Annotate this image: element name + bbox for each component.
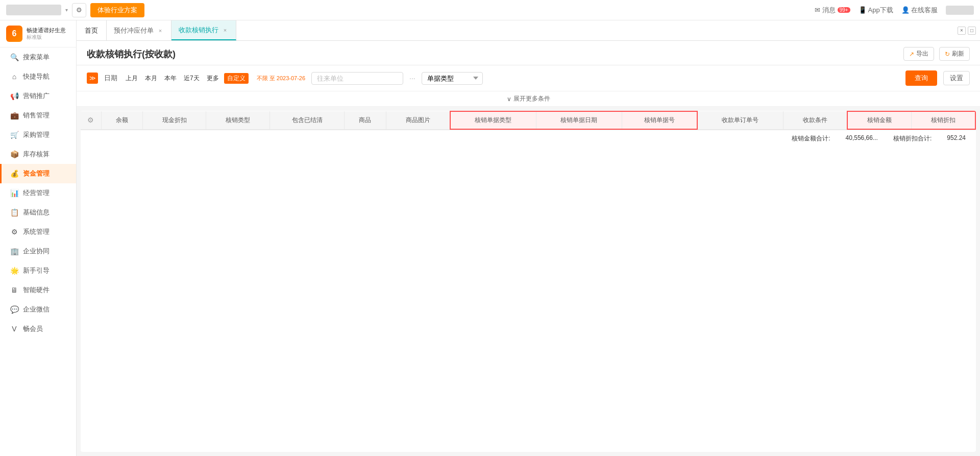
wechat-icon: 💬 xyxy=(10,305,19,314)
th-cancel-discount: 核销折扣 xyxy=(911,111,975,129)
tab-home[interactable]: 首页 xyxy=(77,20,107,40)
sidebar-label-finance: 资金管理 xyxy=(23,169,50,178)
sidebar-item-member[interactable]: V 畅会员 xyxy=(0,319,76,339)
date-curr-month[interactable]: 本月 xyxy=(143,73,159,84)
expand-more-icon: ∨ xyxy=(507,95,511,103)
online-service[interactable]: 👤 在线客服 xyxy=(901,6,938,15)
logo-text-area: 畅捷通谱好生意 标准版 xyxy=(27,27,66,41)
basic-icon: 📋 xyxy=(10,208,19,217)
top-bar: 企业名称 ▾ ⚙ 体验行业方案 ✉ 消息 99+ 📱 App下载 👤 在线客服 … xyxy=(0,0,980,20)
maximize-window-btn[interactable]: □ xyxy=(968,27,976,35)
date-7days[interactable]: 近7天 xyxy=(182,73,202,84)
tab-prepay-close[interactable]: × xyxy=(157,27,164,34)
sidebar-label-sales: 销售管理 xyxy=(23,111,50,120)
th-settings[interactable]: ⚙ xyxy=(81,111,101,129)
filter-dots: ··· xyxy=(409,74,415,82)
footer-amount-value: 40,556,66... xyxy=(846,134,878,143)
content-area: 首页 预付冲应付单 × 收款核销执行 × × □ 收款核销执行(按收款) xyxy=(77,20,980,456)
sidebar-item-management[interactable]: 📊 经营管理 xyxy=(0,183,76,203)
app-download[interactable]: 📱 App下载 xyxy=(859,6,893,15)
filter-bar: ≫ 日期 上月 本月 本年 近7天 更多 自定义 不限 至 2023-07-26… xyxy=(77,65,980,91)
marketing-icon: 📢 xyxy=(10,92,19,100)
th-bill-no: 核销单据号 xyxy=(622,111,697,129)
date-more[interactable]: 更多 xyxy=(205,73,221,84)
date-custom[interactable]: 自定义 xyxy=(224,73,249,84)
date-options: 上月 本月 本年 近7天 更多 自定义 xyxy=(124,73,249,84)
tab-receipt-label: 收款核销执行 xyxy=(179,26,218,35)
sidebar-label-basic: 基础信息 xyxy=(23,208,50,217)
purchase-icon: 🛒 xyxy=(10,131,19,139)
notification-area[interactable]: ✉ 消息 99+ xyxy=(815,6,850,15)
company-dropdown-icon[interactable]: ▾ xyxy=(65,7,68,13)
tab-prepay[interactable]: 预付冲应付单 × xyxy=(107,20,172,40)
refresh-btn[interactable]: ↻ 刷新 xyxy=(939,47,970,61)
col-settings-icon: ⚙ xyxy=(87,116,94,124)
tab-spacer xyxy=(236,20,958,40)
logo-text: 畅捷通谱好生意 xyxy=(27,27,66,34)
th-cash-discount: 现金折扣 xyxy=(142,111,206,129)
sidebar-item-search[interactable]: 🔍 搜索菜单 xyxy=(0,47,76,67)
settings-icon-btn[interactable]: ⚙ xyxy=(72,3,86,17)
footer-amount-label: 核销金额合计: xyxy=(792,134,830,143)
sidebar-label-system: 系统管理 xyxy=(23,227,50,236)
footer-discount-value: 952.24 xyxy=(947,134,966,143)
date-prev-month[interactable]: 上月 xyxy=(124,73,140,84)
tab-prepay-label: 预付冲应付单 xyxy=(114,26,154,35)
close-window-btn[interactable]: × xyxy=(958,27,966,35)
date-curr-year[interactable]: 本年 xyxy=(162,73,179,84)
top-bar-left: 企业名称 ▾ ⚙ 体验行业方案 xyxy=(6,3,811,17)
main-layout: 6 畅捷通谱好生意 标准版 🔍 搜索菜单 ⌂ 快捷导航 📢 营销推广 💼 销售管… xyxy=(0,20,980,456)
window-btns: × □ xyxy=(958,20,980,40)
tab-receipt-close[interactable]: × xyxy=(222,27,229,34)
table-area: ⚙ 余额 现金折扣 核销类型 包含已结清 商品 商品图片 核销单据类型 核销单据… xyxy=(81,111,976,452)
refresh-icon: ↻ xyxy=(945,51,950,58)
table-header-row: ⚙ 余额 现金折扣 核销类型 包含已结清 商品 商品图片 核销单据类型 核销单据… xyxy=(81,111,975,129)
sidebar-item-wechat[interactable]: 💬 企业微信 xyxy=(0,300,76,319)
sidebar-item-basic[interactable]: 📋 基础信息 xyxy=(0,203,76,222)
date-range-display: 不限 至 2023-07-26 xyxy=(255,74,305,82)
export-icon: ↗ xyxy=(909,51,914,58)
sidebar-item-marketing[interactable]: 📢 营销推广 xyxy=(0,86,76,106)
sidebar-label-inventory: 库存核算 xyxy=(23,150,50,159)
counterparty-input[interactable] xyxy=(311,72,403,85)
sidebar-item-enterprise[interactable]: 🏢 企业协同 xyxy=(0,242,76,261)
sidebar-item-guide[interactable]: 🌟 新手引导 xyxy=(0,261,76,280)
th-cancel-type: 核销类型 xyxy=(206,111,270,129)
expand-more-btn[interactable]: ∨ 展开更多条件 xyxy=(507,94,550,103)
member-icon: V xyxy=(10,325,19,333)
page-title: 收款核销执行(按收款) xyxy=(87,48,176,60)
query-btn[interactable]: 查询 xyxy=(905,70,937,86)
th-bill-date: 核销单据日期 xyxy=(536,111,622,129)
system-icon: ⚙ xyxy=(10,228,19,236)
industry-btn[interactable]: 体验行业方案 xyxy=(90,3,144,17)
bill-type-select[interactable]: 单据类型 xyxy=(422,72,483,85)
sales-icon: 💼 xyxy=(10,111,19,119)
sidebar-label-search: 搜索菜单 xyxy=(23,53,50,62)
date-label: 日期 xyxy=(104,74,117,83)
sidebar-label-shortcut: 快捷导航 xyxy=(23,72,50,81)
expand-btn[interactable]: ≫ xyxy=(87,73,98,84)
sidebar-item-sales[interactable]: 💼 销售管理 xyxy=(0,106,76,125)
sidebar-label-purchase: 采购管理 xyxy=(23,130,50,139)
filter-settings-btn[interactable]: 设置 xyxy=(943,71,970,85)
th-payment-terms: 收款条件 xyxy=(783,111,847,129)
sidebar-item-shortcut[interactable]: ⌂ 快捷导航 xyxy=(0,67,76,86)
page-header: 收款核销执行(按收款) ↗ 导出 ↻ 刷新 xyxy=(77,41,980,65)
sidebar-item-hardware[interactable]: 🖥 智能硬件 xyxy=(0,280,76,300)
sidebar-item-finance[interactable]: 💰 资金管理 xyxy=(0,164,76,183)
logo-sub: 标准版 xyxy=(27,34,66,41)
sidebar-item-inventory[interactable]: 📦 库存核算 xyxy=(0,145,76,164)
th-include-settled: 包含已结清 xyxy=(270,111,344,129)
data-table: ⚙ 余额 现金折扣 核销类型 包含已结清 商品 商品图片 核销单据类型 核销单据… xyxy=(81,111,976,130)
sidebar-label-marketing: 营销推广 xyxy=(23,91,50,101)
th-goods: 商品 xyxy=(345,111,386,129)
sidebar-label-member: 畅会员 xyxy=(23,324,43,333)
sidebar-item-purchase[interactable]: 🛒 采购管理 xyxy=(0,125,76,145)
sidebar-item-system[interactable]: ⚙ 系统管理 xyxy=(0,222,76,242)
th-bill-type: 核销单据类型 xyxy=(450,111,536,129)
message-icon: ✉ xyxy=(815,6,820,14)
tab-receipt[interactable]: 收款核销执行 × xyxy=(172,20,236,40)
th-goods-img: 商品图片 xyxy=(386,111,450,129)
export-btn[interactable]: ↗ 导出 xyxy=(903,47,934,61)
hardware-icon: 🖥 xyxy=(10,286,19,294)
